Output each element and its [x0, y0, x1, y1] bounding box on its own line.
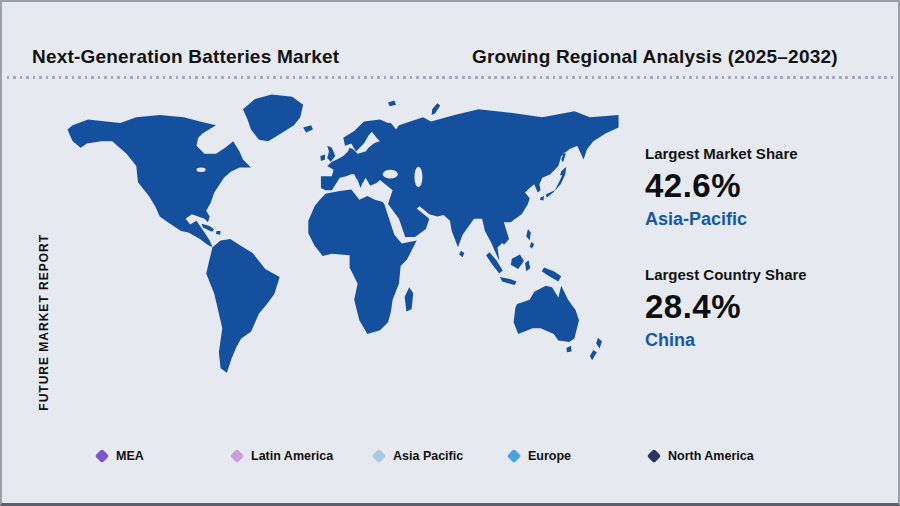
caspian-sea-cutout: [414, 167, 422, 187]
legend-item-north-america: North America: [649, 449, 754, 463]
legend-item-asia-pacific: Asia Pacific: [374, 449, 463, 463]
legend-item-europe: Europe: [509, 449, 571, 463]
world-map: [60, 88, 622, 380]
legend-item-mea: MEA: [97, 449, 144, 463]
dotted-divider: [7, 76, 893, 79]
stat-region: China: [645, 330, 807, 351]
black-sea-cutout: [383, 170, 398, 179]
stat-value: 28.4%: [645, 288, 807, 326]
stat-label: Largest Market Share: [645, 145, 798, 162]
diamond-marker-icon: [507, 449, 521, 463]
legend-item-latin-america: Latin America: [232, 449, 333, 463]
legend-label: Latin America: [251, 449, 333, 463]
diamond-marker-icon: [372, 449, 386, 463]
stat-label: Largest Country Share: [645, 266, 807, 283]
world-map-svg: [60, 88, 622, 380]
page-title: Next-Generation Batteries Market: [32, 46, 339, 68]
diamond-marker-icon: [647, 449, 661, 463]
legend-label: MEA: [116, 449, 144, 463]
legend-label: Europe: [528, 449, 571, 463]
stat-value: 42.6%: [645, 167, 798, 205]
stat-largest-country-share: Largest Country Share 28.4% China: [645, 266, 807, 351]
great-lakes-cutout: [196, 168, 205, 172]
page-subtitle: Growing Regional Analysis (2025–2032): [472, 46, 838, 68]
stat-region: Asia-Pacific: [645, 209, 798, 230]
brand-watermark: FUTURE MARKET REPORT: [37, 234, 51, 411]
legend-label: Asia Pacific: [393, 449, 463, 463]
diamond-marker-icon: [230, 449, 244, 463]
infographic-root: Next-Generation Batteries Market Growing…: [0, 0, 900, 506]
legend-label: North America: [668, 449, 754, 463]
stat-largest-market-share: Largest Market Share 42.6% Asia-Pacific: [645, 145, 798, 230]
landmass-shape: [67, 95, 618, 373]
diamond-marker-icon: [95, 449, 109, 463]
